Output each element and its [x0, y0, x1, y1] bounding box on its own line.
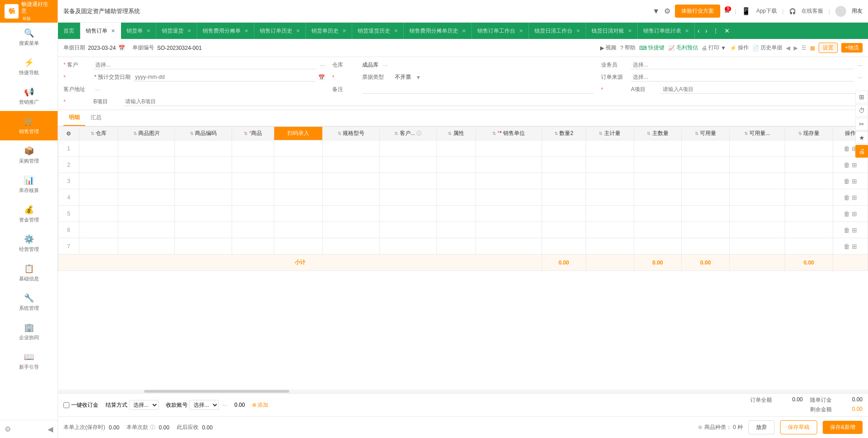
th-stock[interactable]: ⇅ 现存量: [785, 127, 833, 140]
project-b-input[interactable]: [123, 97, 863, 106]
delete-btn-1[interactable]: 🗑: [844, 145, 850, 152]
th-spec[interactable]: ⇅ 规格型号: [323, 127, 379, 140]
tab-close-expense-history[interactable]: ✕: [462, 28, 466, 34]
tab-close-workbench[interactable]: ✕: [519, 28, 523, 34]
th-settings[interactable]: ⚙: [58, 127, 79, 140]
sidebar-item-finance[interactable]: 💰 资金管理: [0, 199, 58, 229]
right-panel-btn-2[interactable]: ⏱: [855, 104, 868, 117]
profit-btn[interactable]: 📈 毛利预估: [668, 44, 698, 52]
detail-tab-items[interactable]: 明细: [63, 110, 85, 126]
settings-icon[interactable]: ⚙: [5, 425, 11, 433]
th-qty2[interactable]: ⇅ 数量2: [542, 127, 586, 140]
sidebar-item-system[interactable]: 🔧 系统管理: [0, 288, 58, 317]
tab-home[interactable]: 首页: [58, 23, 80, 39]
invoice-dropdown-icon[interactable]: ▼: [416, 74, 421, 81]
tab-sales-order[interactable]: 销售订单 ✕: [80, 23, 121, 39]
tab-close-reconcile[interactable]: ✕: [628, 28, 632, 34]
tab-prev-btn[interactable]: ‹: [695, 27, 703, 34]
tab-close-expense[interactable]: ✕: [244, 28, 248, 34]
order-source-more-btn[interactable]: ···: [858, 74, 863, 81]
sidebar-item-search[interactable]: 🔍 搜索菜单: [0, 23, 58, 52]
notification-area[interactable]: ✉ 9: [725, 8, 729, 14]
customer-more-btn[interactable]: ···: [320, 62, 325, 68]
payment-method-select[interactable]: 选择...: [129, 400, 159, 410]
tab-close-order-history[interactable]: ✕: [296, 28, 300, 34]
material-btn[interactable]: +物流: [841, 43, 863, 53]
sidebar-item-inventory[interactable]: 📊 库存核算: [0, 170, 58, 199]
th-scan[interactable]: 扫码录入: [274, 127, 323, 140]
nav-next-btn[interactable]: ▶: [794, 45, 798, 51]
th-warehouse[interactable]: ⇅ 仓库: [79, 127, 118, 140]
online-service-label[interactable]: 在线客服: [801, 7, 823, 15]
right-panel-btn-4[interactable]: ★: [855, 131, 868, 144]
one-click-checkbox[interactable]: [63, 402, 69, 408]
username-label[interactable]: 用友: [852, 7, 863, 15]
th-attribute[interactable]: ⇅ 属性: [436, 127, 475, 140]
tab-close-report[interactable]: ✕: [685, 28, 689, 34]
salesperson-input[interactable]: [631, 61, 853, 69]
tab-report[interactable]: 销售订单统计表 ✕: [638, 23, 695, 39]
save-new-button[interactable]: 保存&新增: [823, 421, 863, 434]
operation-btn[interactable]: ⚡ 操作: [730, 44, 749, 52]
sidebar-item-marketing[interactable]: 📢 营销推广: [0, 82, 58, 111]
help-btn[interactable]: ? 帮助: [620, 44, 635, 52]
print-btn[interactable]: 🖨 打印 ▼: [702, 44, 726, 52]
th-main-qty[interactable]: ⇅ 主数量: [634, 127, 682, 140]
copy-btn-2[interactable]: ⊞: [852, 161, 857, 168]
copy-btn-4[interactable]: ⊞: [852, 194, 857, 201]
salesperson-more-btn[interactable]: ···: [858, 62, 863, 68]
tab-close-return[interactable]: ✕: [187, 28, 191, 34]
th-available[interactable]: ⇅ 可用量: [682, 127, 730, 140]
gear-icon[interactable]: ⚙: [664, 7, 670, 15]
sidebar-item-sales[interactable]: 🛒 销售管理: [0, 111, 58, 140]
sidebar-item-quick[interactable]: ⚡ 快捷导航: [0, 52, 58, 82]
tab-close-sales-order[interactable]: ✕: [111, 28, 115, 34]
right-panel-btn-3[interactable]: ✂: [855, 118, 868, 130]
sidebar-item-enterprise[interactable]: 🏢 企业协同: [0, 317, 58, 347]
th-unit[interactable]: ⇅ ** 销售单位: [475, 127, 542, 140]
delete-btn-2[interactable]: 🗑: [844, 161, 850, 168]
view-grid-btn[interactable]: ▦: [810, 45, 815, 51]
order-source-input[interactable]: [631, 73, 853, 82]
dropdown-icon[interactable]: ▼: [652, 7, 659, 15]
discard-button[interactable]: 放弃: [748, 420, 775, 434]
view-list-btn[interactable]: ☰: [801, 45, 806, 51]
add-item-btn[interactable]: ⊕ 添加: [252, 401, 268, 409]
right-panel-btn-1[interactable]: ⊞: [855, 91, 868, 103]
tab-expense[interactable]: 销售费用分摊单 ✕: [197, 23, 254, 39]
print-dropdown-icon[interactable]: ▼: [721, 45, 726, 51]
app-download-label[interactable]: App下载: [756, 7, 776, 15]
delete-btn-7[interactable]: 🗑: [844, 243, 850, 250]
sidebar-item-operations[interactable]: ⚙️ 经营管理: [0, 229, 58, 258]
setting-btn[interactable]: 设置: [819, 43, 838, 53]
delete-btn-6[interactable]: 🗑: [844, 226, 850, 234]
tab-return[interactable]: 销货退货 ✕: [156, 23, 197, 39]
copy-btn-6[interactable]: ⊞: [852, 226, 857, 234]
tab-menu-btn[interactable]: ⋮: [710, 27, 722, 34]
th-product[interactable]: ⇅ *商品: [232, 127, 274, 140]
sidebar-item-guide[interactable]: 📖 新手引导: [0, 347, 58, 376]
delete-btn-5[interactable]: 🗑: [844, 210, 850, 217]
th-available2[interactable]: ⇅ 可用量...: [729, 127, 785, 140]
tab-reconcile[interactable]: 钱货日清对账 ✕: [586, 23, 638, 39]
account-more-btn[interactable]: ···: [223, 402, 227, 408]
th-sku[interactable]: ⇅ 商品编码: [175, 127, 232, 140]
nav-prev-btn[interactable]: ◀: [786, 45, 790, 51]
copy-btn-5[interactable]: ⊞: [852, 210, 857, 217]
tab-close-bill-history[interactable]: ✕: [342, 28, 346, 34]
trial-button[interactable]: 体验行业方案: [675, 5, 720, 18]
tab-workbench[interactable]: 销售订单工作台 ✕: [472, 23, 529, 39]
copy-btn-7[interactable]: ⊞: [852, 243, 857, 250]
tab-close-return-history[interactable]: ✕: [394, 28, 398, 34]
delete-btn-4[interactable]: 🗑: [844, 194, 850, 201]
collapse-icon[interactable]: ◀: [48, 425, 53, 433]
delete-btn-3[interactable]: 🗑: [844, 178, 850, 185]
save-draft-button[interactable]: 保存草稿: [780, 420, 817, 434]
address-more-btn[interactable]: ···: [95, 87, 100, 93]
sidebar-item-basic[interactable]: 📋 基础信息: [0, 258, 58, 288]
tab-expense-history[interactable]: 销售费用分摊单历史 ✕: [404, 23, 472, 39]
preview-btn[interactable]: ▶ 视频: [600, 44, 616, 52]
shortcut-btn[interactable]: ⌨ 快捷键: [639, 44, 664, 52]
tab-return-history[interactable]: 销货退货历史 ✕: [352, 23, 404, 39]
customer-input[interactable]: [93, 61, 316, 69]
